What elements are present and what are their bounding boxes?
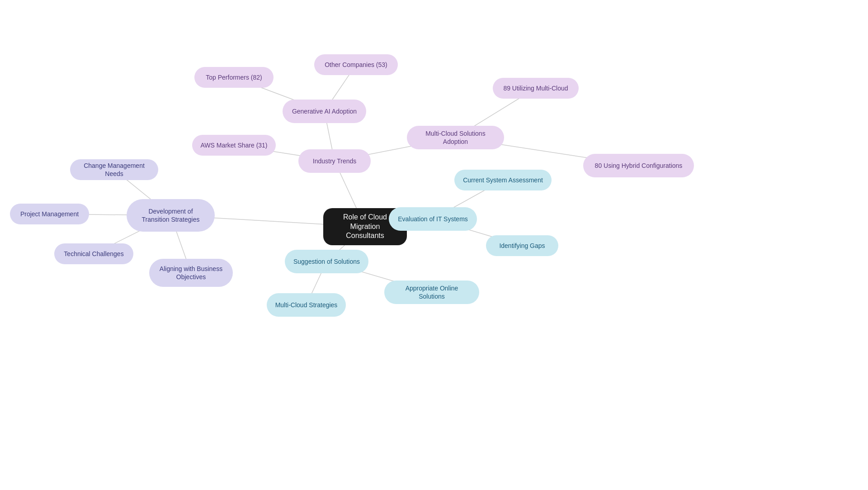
node-utilizing-multi-cloud: 89 Utilizing Multi-Cloud [493,78,579,99]
node-hybrid-config: 80 Using Hybrid Configurations [583,154,694,177]
node-identifying-gaps: Identifying Gaps [486,235,558,256]
node-industry-trends: Industry Trends [298,149,371,173]
node-current-assess: Current System Assessment [454,170,552,190]
node-change-mgmt: Change Management Needs [70,159,158,180]
node-aligning-biz: Aligning with Business Objectives [149,259,233,287]
node-tech-challenges: Technical Challenges [54,243,133,264]
node-multi-cloud-adoption: Multi-Cloud Solutions Adoption [407,126,504,149]
node-other-companies: Other Companies (53) [314,54,398,75]
node-aws-market: AWS Market Share (31) [192,135,276,156]
node-eval-it: Evaluation of IT Systems [389,207,477,231]
node-multi-cloud-strat: Multi-Cloud Strategies [267,293,346,317]
node-suggestion-sol: Suggestion of Solutions [285,250,368,273]
node-top-performers: Top Performers (82) [194,67,274,88]
node-generative-ai: Generative AI Adoption [283,100,366,123]
node-project-mgmt: Project Management [10,204,89,224]
node-dev-transition: Development of Transition Strategies [127,199,215,232]
node-appropriate-online: Appropriate Online Solutions [384,281,479,304]
